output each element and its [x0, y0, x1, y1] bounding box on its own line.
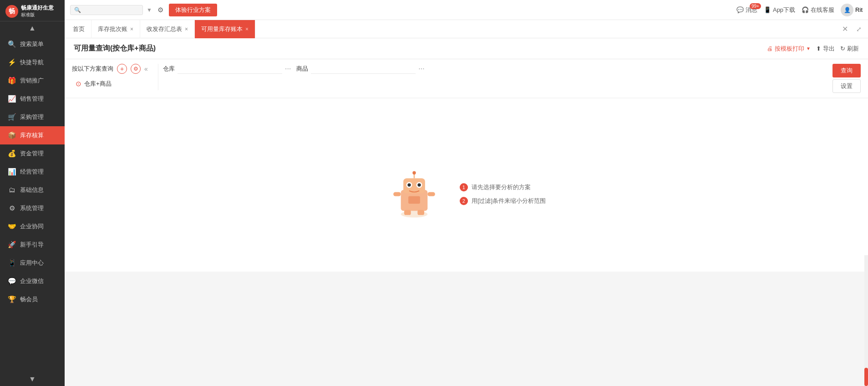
sidebar-item-system[interactable]: ⚙ 系统管理: [0, 199, 65, 217]
tab-batch-close[interactable]: ×: [130, 26, 133, 32]
sidebar-label-newbie: 新手引导: [20, 241, 44, 249]
sidebar-label-inventory: 库存核算: [20, 131, 44, 139]
sidebar-item-marketing[interactable]: 🎁 营销推广: [0, 72, 65, 90]
sidebar-item-basics[interactable]: 🗂 基础信息: [0, 181, 65, 199]
sidebar: 畅 畅康通好生意 标准版 ▲ 🔍 搜索菜单 ⚡ 快捷导航 🎁 营销推广 📈 销售…: [0, 0, 65, 386]
user-label: Rit: [855, 6, 863, 13]
tab-available-label: 可用量库存账本: [201, 25, 243, 33]
sidebar-label-shortcut: 快捷导航: [20, 58, 44, 67]
industry-btn[interactable]: 体验行业方案: [169, 4, 217, 16]
tab-available[interactable]: 可用量库存账本 ×: [195, 20, 255, 38]
export-icon: ⬆: [816, 45, 821, 52]
tab-home[interactable]: 首页: [66, 20, 91, 38]
product-more-icon[interactable]: ···: [418, 65, 424, 73]
scrollbar-thumb: [864, 368, 868, 386]
empty-state: 1 请先选择要分析的方案 2 用[过滤]条件来缩小分析范围: [65, 98, 868, 272]
sidebar-item-search[interactable]: 🔍 搜索菜单: [0, 35, 65, 53]
warehouse-input[interactable]: [178, 64, 282, 74]
print-chevron-icon: ▼: [806, 46, 811, 51]
tip-num-2: 2: [460, 197, 468, 205]
filter-add-button[interactable]: +: [117, 64, 127, 74]
filter-area: 按以下方案查询 + ⚙ « ⊙ 仓库+商品 仓库 ··· 商品: [65, 59, 868, 98]
topbar-chevron-icon[interactable]: ▼: [147, 7, 152, 13]
refresh-button[interactable]: ↻ 刷新: [840, 45, 859, 53]
sidebar-label-marketing: 营销推广: [20, 77, 44, 85]
sidebar-scroll-up[interactable]: ▲: [0, 21, 65, 35]
svg-rect-13: [408, 196, 420, 204]
sidebar-item-inventory[interactable]: 📦 库存核算: [0, 126, 65, 144]
scheme-item-label: 仓库+商品: [84, 80, 112, 88]
sidebar-item-apps[interactable]: 📱 应用中心: [0, 254, 65, 272]
filter-scheme-settings-button[interactable]: ⚙: [131, 64, 141, 74]
sidebar-item-newbie[interactable]: 🚀 新手引导: [0, 236, 65, 254]
tab-summary[interactable]: 收发存汇总表 ×: [140, 20, 195, 38]
sidebar-item-purchase[interactable]: 🛒 采购管理: [0, 108, 65, 126]
empty-state-row: 1 请先选择要分析的方案 2 用[过滤]条件来缩小分析范围: [387, 167, 546, 221]
search-input[interactable]: [83, 7, 133, 13]
sidebar-item-sales[interactable]: 📈 销售管理: [0, 90, 65, 108]
product-input[interactable]: [311, 64, 416, 74]
topbar-message[interactable]: 💬 消息 99+: [736, 6, 757, 14]
topbar-right: 💬 消息 99+ 📱 App下载 🎧 在线客服 👤 Rit: [736, 4, 863, 16]
logo-name: 畅康通好生意: [21, 5, 54, 12]
action-buttons: 查询 设置: [832, 64, 861, 93]
search-icon: 🔍: [7, 40, 16, 48]
page-header: 可用量查询(按仓库+商品) 🖨 按模板打印 ▼ ⬆ 导出 ↻ 刷新: [65, 38, 868, 59]
product-label: 商品: [296, 65, 308, 73]
search-icon: 🔍: [74, 7, 81, 13]
service-icon: 🎧: [802, 6, 809, 13]
close-all-tabs-button[interactable]: ✕: [840, 23, 850, 35]
sidebar-item-member[interactable]: 🏆 畅会员: [0, 290, 65, 309]
topbar-app-download[interactable]: 📱 App下载: [764, 6, 795, 14]
tab-summary-close[interactable]: ×: [185, 26, 188, 32]
page-header-actions: 🖨 按模板打印 ▼ ⬆ 导出 ↻ 刷新: [767, 45, 859, 53]
svg-rect-9: [393, 192, 401, 196]
svg-point-8: [412, 171, 416, 175]
warehouse-more-icon[interactable]: ···: [285, 65, 291, 73]
logo-icon: 畅: [5, 5, 18, 18]
sidebar-label-finance: 资金管理: [20, 149, 44, 158]
newbie-icon: 🚀: [7, 241, 16, 249]
export-label: 导出: [823, 45, 835, 53]
shortcut-icon: ⚡: [7, 58, 16, 67]
tab-batch-label: 库存批次账: [98, 25, 127, 33]
sidebar-item-cooperation[interactable]: 🤝 企业协同: [0, 217, 65, 236]
tab-available-close[interactable]: ×: [245, 26, 249, 32]
sidebar-label-member: 畅会员: [20, 295, 38, 304]
svg-point-6: [417, 183, 421, 186]
app-label: App下载: [773, 6, 795, 14]
basics-icon: 🗂: [7, 186, 16, 194]
topbar-user[interactable]: 👤 Rit: [841, 4, 863, 16]
query-button[interactable]: 查询: [832, 64, 861, 77]
print-button[interactable]: 🖨 按模板打印 ▼: [767, 45, 811, 53]
settings-button[interactable]: 设置: [832, 79, 861, 93]
tip-text-2: 用[过滤]条件来缩小分析范围: [472, 197, 546, 205]
sidebar-label-basics: 基础信息: [20, 186, 44, 194]
print-label: 按模板打印: [775, 45, 804, 53]
sidebar-item-finance[interactable]: 💰 资金管理: [0, 144, 65, 163]
sidebar-label-search: 搜索菜单: [20, 40, 44, 48]
sidebar-label-purchase: 采购管理: [20, 113, 44, 121]
apps-icon: 📱: [7, 259, 16, 267]
svg-point-5: [407, 183, 411, 186]
tab-batch[interactable]: 库存批次账 ×: [91, 20, 140, 38]
topbar-gear-icon[interactable]: ⚙: [156, 4, 165, 16]
tabs-expand-button[interactable]: ⤢: [854, 24, 863, 35]
sidebar-scroll-down[interactable]: ▼: [0, 372, 65, 386]
message-icon: 💬: [736, 6, 744, 13]
filter-scheme-item[interactable]: ⊙ 仓库+商品: [72, 77, 153, 90]
print-icon: 🖨: [767, 45, 773, 52]
finance-icon: 💰: [7, 149, 16, 158]
sidebar-item-shortcut[interactable]: ⚡ 快捷导航: [0, 53, 65, 72]
sidebar-item-operations[interactable]: 📊 经营管理: [0, 163, 65, 181]
service-label: 在线客服: [811, 6, 834, 14]
tab-summary-label: 收发存汇总表: [147, 25, 182, 33]
refresh-label: 刷新: [847, 45, 859, 53]
cooperation-icon: 🤝: [7, 222, 16, 231]
export-button[interactable]: ⬆ 导出: [816, 45, 835, 53]
topbar-search-box[interactable]: 🔍: [70, 5, 143, 15]
right-scrollbar[interactable]: [864, 255, 868, 386]
filter-collapse-button[interactable]: «: [144, 65, 148, 72]
sidebar-item-wechat[interactable]: 💬 企业微信: [0, 272, 65, 290]
topbar-customer-service[interactable]: 🎧 在线客服: [802, 6, 834, 14]
